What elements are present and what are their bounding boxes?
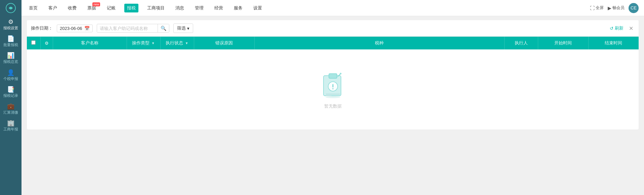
table-header-row: ⚙ 客户名称 操作类型 ▼ 执行状态 ▼ [27, 37, 639, 49]
nav-item-gongshang[interactable]: 工商项目 [145, 4, 167, 12]
fullscreen-btn[interactable]: ⛶ 全屏 [590, 5, 604, 11]
search-box: 🔍 [97, 24, 169, 33]
geshushenbo-icon: 👤 [7, 70, 14, 76]
sidebar-item-geshushenbo-label: 个税申报 [3, 77, 18, 81]
top-nav: 首页 客户 收费 票据 new 记账 报税 工商项目 消息 管理 经营 [22, 0, 644, 16]
nav-item-xiaoxi[interactable]: 消息 [173, 4, 186, 12]
table-body: 暂无数据 [27, 49, 639, 129]
sidebar-item-baoshuizonglan[interactable]: 📊 报税总览 [0, 50, 22, 67]
sidebar-item-baoshuijilu[interactable]: 📑 报税记录 [0, 84, 22, 101]
main-wrapper: 首页 客户 收费 票据 new 记账 报税 工商项目 消息 管理 经营 [22, 0, 644, 195]
chevron-down-icon: ▾ [187, 26, 189, 31]
fullscreen-icon: ⛶ [590, 5, 595, 11]
th-name: 客户名称 [53, 37, 127, 49]
nav-item-baoshui[interactable]: 报税 [124, 4, 138, 12]
data-table: ⚙ 客户名称 操作类型 ▼ 执行状态 ▼ [27, 37, 639, 129]
svg-point-5 [332, 88, 334, 89]
sidebar-item-baoshuijilu-label: 报税记录 [3, 93, 18, 98]
sidebar-item-piliangshuishu[interactable]: 📄 批量报税 [0, 33, 22, 50]
table-container: 操作日期： 2023-06-06 📅 🔍 筛选 ▾ ↺ 刷新 [27, 20, 639, 129]
nav-item-shezhi[interactable]: 设置 [251, 4, 264, 12]
sidebar-item-baoshuizonglan-label: 报税总览 [3, 60, 18, 64]
gongshangnianbaob-icon: 🏢 [7, 120, 14, 126]
user-avatar[interactable]: CE [629, 3, 639, 13]
empty-state-row: 暂无数据 [27, 49, 639, 129]
baoshuijilu-icon: 📑 [7, 86, 14, 92]
th-settings[interactable]: ⚙ [40, 37, 53, 49]
content-area: 操作日期： 2023-06-06 📅 🔍 筛选 ▾ ↺ 刷新 [22, 16, 644, 195]
op-type-filter-icon: ▼ [152, 41, 155, 45]
nav-item-jingying[interactable]: 经营 [212, 4, 225, 12]
sidebar-item-piliangshuishu-label: 批量报税 [3, 43, 18, 47]
filter-label: 筛选 [177, 25, 186, 31]
piaoju-badge: new [92, 2, 100, 6]
toolbar: 操作日期： 2023-06-06 📅 🔍 筛选 ▾ ↺ 刷新 [27, 20, 639, 37]
vip-btn[interactable]: ▶ 畅会员 [608, 5, 625, 11]
th-exec-status[interactable]: 执行状态 ▼ [160, 37, 194, 49]
nav-item-piaoju[interactable]: 票据 new [85, 4, 98, 12]
user-initials: CE [629, 3, 639, 13]
svg-point-7 [340, 73, 341, 74]
empty-text: 暂无数据 [324, 103, 342, 109]
nav-item-fuwu[interactable]: 服务 [232, 4, 245, 12]
th-checkbox[interactable] [27, 37, 40, 49]
sidebar-item-huisuanqingshu[interactable]: 💼 汇算清缴 [0, 101, 22, 117]
search-button[interactable]: 🔍 [158, 24, 169, 32]
th-end-time: 结束时间 [588, 37, 639, 49]
nav-item-jizhang[interactable]: 记账 [105, 4, 118, 12]
refresh-button[interactable]: ↺ 刷新 [610, 25, 624, 31]
th-executor: 执行人 [504, 37, 538, 49]
th-error: 错误原因 [194, 37, 254, 49]
svg-rect-4 [332, 84, 333, 87]
sidebar-item-gongshangnianbaob[interactable]: 🏢 工商年报 [0, 117, 22, 134]
th-op-type[interactable]: 操作类型 ▼ [127, 37, 160, 49]
close-button[interactable]: ✕ [628, 25, 635, 32]
sidebar-item-huisuanqingshu-label: 汇算清缴 [3, 110, 18, 115]
nav-item-shoufei[interactable]: 收费 [66, 4, 79, 12]
date-value: 2023-06-06 [60, 26, 82, 31]
svg-rect-2 [329, 74, 337, 78]
refresh-icon: ↺ [610, 26, 613, 31]
vip-icon: ▶ [608, 5, 611, 11]
sidebar-item-gongshangnianbaob-label: 工商年报 [3, 127, 18, 131]
baoshuishezhi-icon: ⚙ [8, 19, 13, 25]
svg-point-10 [326, 96, 340, 98]
empty-illustration [319, 70, 346, 100]
date-label: 操作日期： [31, 25, 53, 31]
filter-button[interactable]: 筛选 ▾ [173, 24, 193, 33]
nav-item-kehu[interactable]: 客户 [46, 4, 59, 12]
logo[interactable] [0, 0, 22, 16]
piliangshuishu-icon: 📄 [7, 36, 14, 42]
huisuanqingshu-icon: 💼 [7, 103, 14, 109]
sidebar-item-baoshuishezhi-label: 报税设置 [3, 26, 18, 30]
nav-item-guanli[interactable]: 管理 [193, 4, 206, 12]
exec-status-filter-icon: ▼ [185, 41, 188, 45]
nav-item-shouye[interactable]: 首页 [27, 4, 40, 12]
baoshuizonglan-icon: 📊 [7, 52, 14, 58]
th-start-time: 开始时间 [538, 37, 588, 49]
search-input[interactable] [97, 25, 158, 32]
sidebar-item-geshushenbo[interactable]: 👤 个税申报 [0, 67, 22, 84]
settings-icon: ⚙ [45, 41, 49, 46]
date-picker[interactable]: 2023-06-06 📅 [57, 25, 93, 32]
refresh-label: 刷新 [615, 25, 624, 31]
calendar-icon: 📅 [84, 26, 90, 31]
select-all-checkbox[interactable] [31, 40, 36, 45]
th-tax-type: 税种 [254, 37, 504, 49]
sidebar-item-baoshuishezhi[interactable]: ⚙ 报税设置 [0, 16, 22, 33]
empty-state: 暂无数据 [27, 49, 639, 129]
sidebar: ⚙ 报税设置 📄 批量报税 📊 报税总览 👤 个税申报 📑 报税记录 💼 汇算清… [0, 0, 22, 195]
top-nav-right: ⛶ 全屏 ▶ 畅会员 CE [590, 3, 639, 13]
